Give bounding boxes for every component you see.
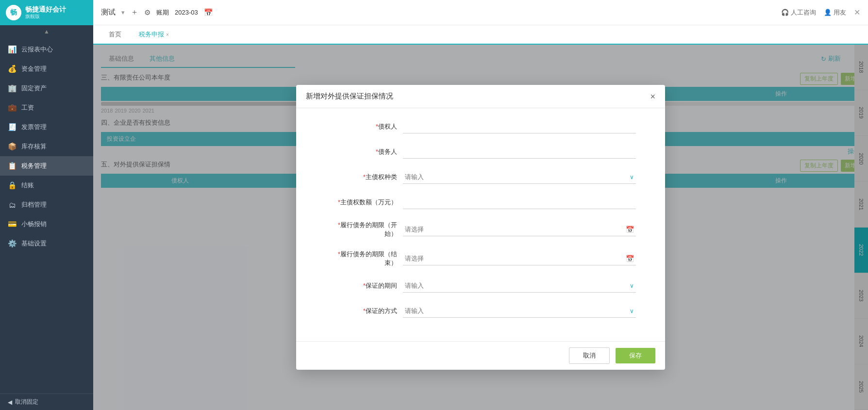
dialog-body: *债权人*债务人*主债权种类∨*主债权数额（万元）*履行债务的期限（开始）📅*履… <box>296 108 665 341</box>
form-label-period-end: *履行债务的期限（结束） <box>325 250 403 267</box>
sidebar-nav: 📊云报表中心💰资金管理🏢固定资产💼工资🧾发票管理📦库存核算📋税务管理🔒结账🗂归档… <box>0 38 93 394</box>
required-mark-guarantee-period: * <box>363 282 366 289</box>
input-claim-amount[interactable] <box>403 196 636 209</box>
sidebar-item-cloud-report[interactable]: 📊云报表中心 <box>0 40 93 59</box>
sidebar-icon-payroll: 💼 <box>8 103 17 112</box>
select-wrapper-guarantee-method: ∨ <box>403 304 636 318</box>
settings-icon[interactable]: ⚙ <box>144 8 150 17</box>
sidebar-label-fixed-assets: 固定资产 <box>21 84 47 93</box>
sidebar-item-inventory[interactable]: 📦库存核算 <box>0 137 93 156</box>
app-name-block: 畅捷通好会计 旗舰版 <box>25 5 66 20</box>
form-label-creditor: *债权人 <box>325 122 403 131</box>
overlay-dimmer: 新增对外提供保证担保情况 × *债权人*债务人*主债权种类∨*主债权数额（万元）… <box>93 45 868 410</box>
required-mark-period-end: * <box>338 250 340 258</box>
user-label: 用友 <box>834 8 846 17</box>
form-row-guarantee-method: *保证的方式∨ <box>325 304 636 318</box>
required-mark-claim-amount: * <box>338 198 340 206</box>
form-row-claim-amount: *主债权数额（万元） <box>325 196 636 209</box>
dialog-header: 新增对外提供保证担保情况 × <box>296 85 665 108</box>
sidebar-icon-close: 🔒 <box>8 181 17 190</box>
tab-home[interactable]: 首页 <box>101 25 129 44</box>
calendar-icon-period-start[interactable]: 📅 <box>624 226 636 233</box>
main-area: 测试 ▾ ＋ ⚙ 账期 2023-03 📅 🎧 人工咨询 👤 用友 ✕ 首页税务… <box>93 0 868 410</box>
sidebar-icon-inventory: 📦 <box>8 142 17 151</box>
period-value: 2023-03 <box>175 9 198 16</box>
required-mark-period-start: * <box>338 221 340 229</box>
form-label-claim-type: *主债权种类 <box>325 173 403 181</box>
sidebar-label-payroll: 工资 <box>21 103 34 112</box>
sidebar-item-expense[interactable]: 💳小畅报销 <box>0 214 93 234</box>
sidebar-icon-fund: 💰 <box>8 65 17 73</box>
select-input-guarantee-method[interactable] <box>403 304 628 317</box>
add-tab-button[interactable]: ＋ <box>131 7 138 17</box>
topbar-right: 🎧 人工咨询 👤 用友 ✕ <box>781 8 860 17</box>
support-button[interactable]: 🎧 人工咨询 <box>781 8 816 17</box>
sidebar-icon-settings: ⚙️ <box>8 239 17 248</box>
content-tabs: 首页税务申报× <box>93 25 868 45</box>
dialog-save-button[interactable]: 保存 <box>616 348 655 363</box>
date-input-period-start[interactable] <box>403 223 624 236</box>
date-wrapper-period-end: 📅 <box>403 252 636 265</box>
date-input-period-end[interactable] <box>403 252 624 265</box>
dialog-cancel-button[interactable]: 取消 <box>569 347 610 364</box>
form-row-guarantee-period: *保证的期间∨ <box>325 279 636 293</box>
period-label: 账期 <box>156 8 169 17</box>
form-row-creditor: *债权人 <box>325 120 636 133</box>
app-logo-icon: 畅 <box>6 5 21 20</box>
required-mark-guarantee-method: * <box>363 307 366 314</box>
tab-tax-report[interactable]: 税务申报× <box>131 25 177 44</box>
dialog-title: 新增对外提供保证担保情况 <box>306 92 393 101</box>
window-close-button[interactable]: ✕ <box>854 8 860 17</box>
select-input-claim-type[interactable] <box>403 170 628 183</box>
sidebar-item-fund[interactable]: 💰资金管理 <box>0 59 93 79</box>
sidebar: 畅 畅捷通好会计 旗舰版 ▲ 📊云报表中心💰资金管理🏢固定资产💼工资🧾发票管理📦… <box>0 0 93 410</box>
sidebar-icon-invoice: 🧾 <box>8 123 17 131</box>
sidebar-header: 畅 畅捷通好会计 旗舰版 <box>0 0 93 25</box>
sidebar-item-archive[interactable]: 🗂归档管理 <box>0 195 93 214</box>
sidebar-item-tax[interactable]: 📋税务管理 <box>0 156 93 176</box>
sidebar-footer-label: 取消固定 <box>15 398 38 406</box>
sidebar-item-close[interactable]: 🔒结账 <box>0 176 93 195</box>
calendar-icon-period-end[interactable]: 📅 <box>624 255 636 262</box>
company-name: 测试 <box>101 8 116 17</box>
form-label-period-start: *履行债务的期限（开始） <box>325 221 403 238</box>
sidebar-icon-tax: 📋 <box>8 162 17 170</box>
sidebar-label-fund: 资金管理 <box>21 65 47 73</box>
app-title: 畅捷通好会计 <box>25 5 66 14</box>
chevron-down-icon-claim-type[interactable]: ∨ <box>628 174 636 180</box>
select-input-guarantee-period[interactable] <box>403 279 628 292</box>
sidebar-footer-cancel-fixed[interactable]: ◀ 取消固定 <box>0 394 93 410</box>
required-mark-creditor: * <box>376 123 378 130</box>
form-label-guarantee-method: *保证的方式 <box>325 307 403 315</box>
tab-close-tax-report[interactable]: × <box>166 32 169 37</box>
chevron-down-icon-guarantee-period[interactable]: ∨ <box>628 282 636 289</box>
headset-icon: 🎧 <box>781 9 789 16</box>
user-button[interactable]: 👤 用友 <box>824 8 846 17</box>
sidebar-scroll-up[interactable]: ▲ <box>0 25 93 38</box>
input-creditor[interactable] <box>403 120 636 133</box>
sidebar-icon-archive: 🗂 <box>8 201 17 209</box>
input-debtor[interactable] <box>403 145 636 159</box>
form-label-debtor: *债务人 <box>325 148 403 156</box>
required-mark-claim-type: * <box>363 173 366 180</box>
sidebar-item-payroll[interactable]: 💼工资 <box>0 98 93 117</box>
sidebar-label-tax: 税务管理 <box>21 162 47 170</box>
sidebar-item-settings[interactable]: ⚙️基础设置 <box>0 234 93 253</box>
dialog-close-button[interactable]: × <box>650 92 655 101</box>
form-label-guarantee-period: *保证的期间 <box>325 281 403 290</box>
sidebar-label-inventory: 库存核算 <box>21 142 47 151</box>
sidebar-label-cloud-report: 云报表中心 <box>21 45 53 54</box>
sidebar-item-fixed-assets[interactable]: 🏢固定资产 <box>0 79 93 98</box>
sidebar-label-settings: 基础设置 <box>21 239 47 248</box>
user-icon: 👤 <box>824 9 832 16</box>
period-calendar-icon[interactable]: 📅 <box>204 8 213 17</box>
company-chevron-icon[interactable]: ▾ <box>121 9 125 16</box>
sidebar-item-invoice[interactable]: 🧾发票管理 <box>0 117 93 137</box>
form-row-claim-type: *主债权种类∨ <box>325 170 636 184</box>
dialog-footer: 取消 保存 <box>296 341 665 370</box>
form-row-period-start: *履行债务的期限（开始）📅 <box>325 221 636 238</box>
support-label: 人工咨询 <box>791 8 816 17</box>
chevron-down-icon-guarantee-method[interactable]: ∨ <box>628 308 636 314</box>
required-mark-debtor: * <box>376 148 378 155</box>
form-label-claim-amount: *主债权数额（万元） <box>325 198 403 207</box>
